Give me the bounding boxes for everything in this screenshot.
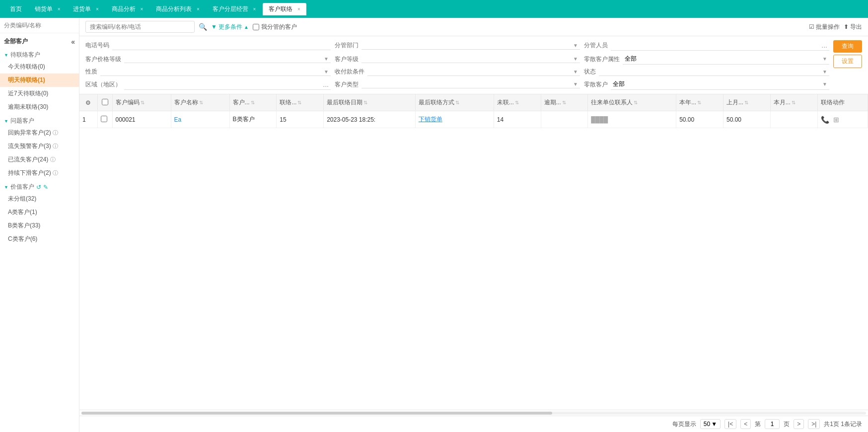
edit-value-icon[interactable]: ✎ bbox=[43, 184, 48, 191]
sidebar-item-b-class[interactable]: B类客户(33) bbox=[0, 219, 79, 232]
nav-product-analysis-list[interactable]: 商品分析列表 × bbox=[150, 3, 205, 15]
filter-row-2: 客户价格等级 ▼ 客户等级 ▼ bbox=[85, 54, 829, 65]
this-year-sort-icon: ⇅ bbox=[697, 100, 701, 105]
close-product-analysis-icon[interactable]: × bbox=[141, 6, 144, 12]
grid-action-icon[interactable]: ⊞ bbox=[833, 116, 839, 124]
row-overdue bbox=[541, 111, 588, 128]
person-field: 分管人员 ... bbox=[584, 40, 829, 51]
price-level-select[interactable]: ▼ bbox=[124, 55, 331, 63]
customer-type-select[interactable]: ▼ bbox=[362, 80, 580, 88]
last-page-button[interactable]: >| bbox=[808, 419, 820, 429]
last-contact-method-column-header: 最后联络方式 ⇅ bbox=[415, 94, 494, 111]
filter-search-icon[interactable]: 🔍 bbox=[199, 23, 207, 31]
sidebar-item-tomorrow-pending[interactable]: 明天待联络(1) bbox=[0, 73, 79, 87]
sidebar-item-today-pending[interactable]: 今天待联络(0) bbox=[0, 60, 79, 73]
settings-button[interactable]: 设置 bbox=[833, 55, 862, 68]
batch-icon: ☑ bbox=[809, 23, 814, 30]
sidebar-item-declining[interactable]: 持续下滑客户(2) ⓘ bbox=[0, 166, 79, 180]
search-input[interactable] bbox=[85, 21, 195, 33]
settings-column-header: ⚙ bbox=[79, 94, 97, 111]
code-column-header: 客户编码 ⇅ bbox=[112, 94, 171, 111]
customer-level-select[interactable]: ▼ bbox=[362, 55, 580, 63]
more-conditions-button[interactable]: ▼ 更多条件 ▲ bbox=[211, 23, 249, 31]
region-field: 区域（地区） ... bbox=[85, 79, 331, 90]
row-checkbox[interactable] bbox=[101, 116, 107, 122]
sidebar-item-ungrouped[interactable]: 未分组(32) bbox=[0, 192, 79, 206]
gear-icon[interactable]: ⚙ bbox=[85, 99, 91, 106]
page-label: 第 bbox=[755, 420, 761, 429]
nav-home[interactable]: 首页 bbox=[4, 3, 28, 15]
data-table-container: ⚙ 客户编码 ⇅ 客户名称 bbox=[79, 94, 868, 410]
close-product-analysis-list-icon[interactable]: × bbox=[197, 6, 200, 12]
contact-method-link[interactable]: 下销货单 bbox=[419, 116, 442, 123]
dept-select[interactable]: ▼ bbox=[362, 42, 580, 50]
nav-sales-order[interactable]: 销货单 × bbox=[29, 3, 66, 15]
nav-purchase-order[interactable]: 进货单 × bbox=[67, 3, 104, 15]
horizontal-scroll-bar[interactable] bbox=[79, 410, 868, 416]
table-row: 1 000021 Ea B类客户 15 2023-05-23 18:25: 下销… bbox=[79, 111, 868, 128]
name-sort-icon: ⇅ bbox=[199, 100, 203, 105]
close-sales-order-icon[interactable]: × bbox=[58, 6, 61, 12]
nature-select[interactable]: ▼ bbox=[100, 68, 331, 76]
sidebar-item-repurchase-abnormal[interactable]: 回购异常客户(2) ⓘ bbox=[0, 126, 79, 140]
top-navigation: 首页 销货单 × 进货单 × 商品分析 × 商品分析列表 × 客户分层经营 × … bbox=[0, 0, 868, 18]
customer-level-field: 客户等级 ▼ bbox=[335, 55, 580, 64]
page-number-input[interactable] bbox=[765, 419, 780, 429]
my-customers-checkbox-area[interactable]: 我分管的客户 bbox=[253, 23, 297, 31]
help-icon-repurchase: ⓘ bbox=[53, 130, 58, 136]
nav-customer-contact[interactable]: 客户联络 × bbox=[263, 3, 306, 15]
retail-customer-select[interactable]: 全部 ▼ bbox=[611, 79, 829, 90]
help-icon-churned: ⓘ bbox=[50, 156, 56, 162]
query-button[interactable]: 查询 bbox=[833, 40, 862, 53]
phone-input[interactable] bbox=[112, 41, 331, 50]
row-last-contact-method[interactable]: 下销货单 bbox=[415, 111, 494, 128]
content-area: 🔍 ▼ 更多条件 ▲ 我分管的客户 ☑ 批量操作 ⬆ 导出 bbox=[79, 18, 868, 432]
select-all-checkbox[interactable] bbox=[102, 99, 108, 105]
scroll-track[interactable] bbox=[81, 412, 866, 415]
sidebar-item-7days-pending[interactable]: 近7天待联络(0) bbox=[0, 87, 79, 100]
next-page-button[interactable]: > bbox=[794, 419, 804, 429]
export-button[interactable]: ⬆ 导出 bbox=[844, 23, 862, 31]
collapse-icon[interactable]: « bbox=[71, 38, 75, 46]
status-arrow-icon: ▼ bbox=[822, 69, 827, 74]
retail-attr-select[interactable]: 全部 ▼ bbox=[623, 54, 829, 65]
region-dots-icon[interactable]: ... bbox=[323, 80, 329, 88]
sidebar-item-churned[interactable]: 已流失客户(24) ⓘ bbox=[0, 153, 79, 166]
sidebar-item-churn-warning[interactable]: 流失预警客户(3) ⓘ bbox=[0, 140, 79, 153]
close-customer-tier-icon[interactable]: × bbox=[253, 6, 256, 12]
first-page-button[interactable]: |< bbox=[724, 419, 736, 429]
help-icon-churn-warning: ⓘ bbox=[53, 143, 58, 149]
row-code: 000021 bbox=[112, 111, 171, 128]
person-dots-icon[interactable]: ... bbox=[821, 41, 827, 49]
refresh-value-icon[interactable]: ↺ bbox=[36, 184, 41, 191]
prev-page-button[interactable]: < bbox=[740, 419, 751, 429]
status-select[interactable]: ▼ bbox=[599, 68, 829, 76]
close-purchase-order-icon[interactable]: × bbox=[96, 6, 99, 12]
my-customers-checkbox[interactable] bbox=[253, 24, 259, 30]
page-size-select[interactable]: 50 ▼ bbox=[700, 419, 721, 429]
nav-customer-tier[interactable]: 客户分层经营 × bbox=[207, 3, 262, 15]
batch-ops-button[interactable]: ☑ 批量操作 bbox=[809, 23, 840, 31]
customer-type-arrow-icon: ▼ bbox=[573, 81, 578, 87]
sidebar: 🔍 全部客户 « 待联络客户 今天待联络(0) 明天待联络(1) 近7天待联络(… bbox=[0, 18, 79, 432]
row-contact-person: ████ bbox=[588, 111, 676, 128]
scroll-thumb[interactable] bbox=[81, 412, 552, 415]
advanced-filter-panel: 电话号码 分管部门 ▼ 分管人员 bbox=[79, 36, 868, 94]
close-customer-contact-icon[interactable]: × bbox=[297, 6, 300, 12]
row-last-month: 50.00 bbox=[723, 111, 770, 128]
name-column-header: 客户名称 ⇅ bbox=[171, 94, 229, 111]
nav-product-analysis[interactable]: 商品分析 × bbox=[106, 3, 149, 15]
sidebar-search-bar: 🔍 bbox=[0, 18, 79, 33]
phone-action-icon[interactable]: 📞 bbox=[821, 116, 829, 124]
payment-select[interactable]: ▼ bbox=[367, 68, 580, 76]
contact-person-sort-icon: ⇅ bbox=[634, 100, 638, 105]
row-checkbox-cell[interactable] bbox=[97, 111, 112, 128]
help-icon-declining: ⓘ bbox=[53, 170, 58, 176]
export-icon: ⬆ bbox=[844, 23, 849, 30]
last-month-sort-icon: ⇅ bbox=[744, 100, 748, 105]
sidebar-item-a-class[interactable]: A类客户(1) bbox=[0, 206, 79, 219]
sidebar-search-input[interactable] bbox=[4, 22, 78, 29]
checkbox-column-header bbox=[97, 94, 112, 111]
sidebar-item-overdue-pending[interactable]: 逾期未联络(30) bbox=[0, 100, 79, 114]
sidebar-item-c-class[interactable]: C类客户(6) bbox=[0, 232, 79, 246]
